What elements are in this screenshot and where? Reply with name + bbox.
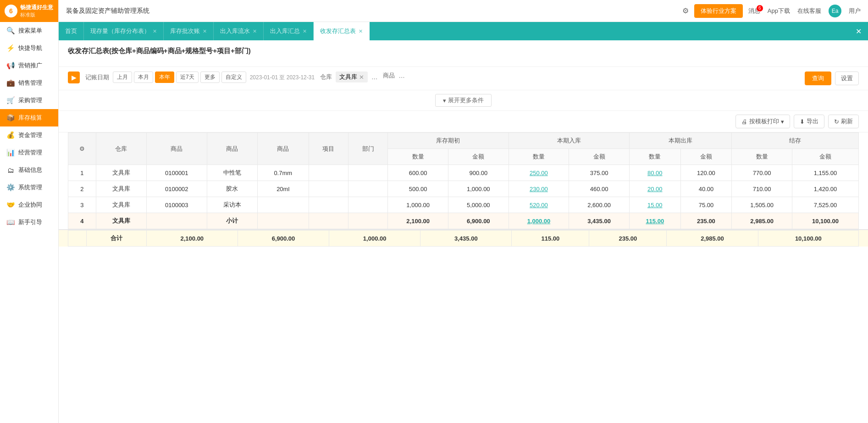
sidebar-item-operations[interactable]: 📊 经营管理	[0, 144, 58, 161]
col-in-qty: 数量	[509, 149, 569, 165]
out-qty-link[interactable]: 80.00	[647, 170, 663, 176]
sidebar-item-inventory[interactable]: 📦 库存核算	[0, 109, 58, 126]
tab-close-icon[interactable]: ✕	[253, 28, 257, 34]
cell-no: 1	[68, 165, 96, 181]
tab-batch[interactable]: 库存批次账 ✕	[164, 22, 214, 40]
tab-label: 出入库汇总	[270, 27, 300, 35]
user-label[interactable]: 用户	[849, 7, 861, 15]
topbar-right: 消息 6 App下载 在线客服 Ea 用户	[748, 5, 861, 17]
cell-out-qty[interactable]: 15.00	[629, 197, 680, 213]
date-btn-custom[interactable]: 自定义	[221, 71, 246, 83]
operations-icon: 📊	[6, 148, 15, 157]
tab-inventory-dist[interactable]: 现存量（库存分布表） ✕	[84, 22, 164, 40]
page-title: 收发存汇总表(按仓库+商品编码+商品+规格型号+项目+部门)	[68, 47, 859, 55]
total-in-qty: 1,000.00	[329, 231, 420, 247]
col-spec: 商品	[257, 133, 309, 165]
subtotal-in-qty-link[interactable]: 1,000.00	[527, 218, 551, 225]
query-button[interactable]: 查询	[805, 71, 831, 85]
tabbar-close-button[interactable]: ✕	[849, 27, 868, 36]
date-btn-last-month[interactable]: 上月	[113, 71, 132, 83]
col-gear[interactable]: ⚙	[68, 133, 96, 165]
settings-icon[interactable]: ⚙	[682, 6, 689, 15]
tab-flow[interactable]: 出入库流水 ✕	[214, 22, 264, 40]
total-table: 合计 2,100.00 6,900.00 1,000.00 3,435.00 1…	[68, 230, 859, 247]
cell-open-amt: 6,900.00	[448, 213, 509, 229]
cell-project	[309, 165, 348, 181]
warehouse-tag-close[interactable]: ✕	[359, 74, 364, 81]
out-qty-link[interactable]: 20.00	[647, 186, 663, 192]
export-label: 导出	[807, 117, 818, 126]
sidebar-item-sales[interactable]: 💼 销售管理	[0, 74, 58, 92]
warehouse-tag[interactable]: 文具库 ✕	[336, 71, 368, 82]
sidebar-item-marketing[interactable]: 📢 营销推广	[0, 57, 58, 74]
in-qty-link[interactable]: 520.00	[530, 202, 548, 209]
main-content: 装备及固定资产辅助管理系统 ⚙ 体验行业方案 消息 6 App下载 在线客服 E…	[59, 0, 868, 423]
cell-bal-amt: 1,155.00	[792, 165, 858, 181]
sidebar-item-label: 系统管理	[18, 183, 42, 192]
cell-in-qty[interactable]: 250.00	[509, 165, 569, 181]
sidebar-item-label: 基础信息	[18, 166, 42, 174]
tab-home-label: 首页	[65, 27, 77, 35]
cell-code	[146, 213, 207, 229]
out-qty-link[interactable]: 15.00	[647, 202, 663, 209]
sidebar-item-collab[interactable]: 🤝 企业协同	[0, 196, 58, 214]
tab-close-icon[interactable]: ✕	[359, 28, 363, 34]
export-icon: ⬇	[800, 118, 805, 125]
cell-out-amt: 40.00	[680, 181, 732, 197]
warehouse-ellipsis[interactable]: ...	[371, 73, 377, 81]
sidebar-item-purchase[interactable]: 🛒 采购管理	[0, 92, 58, 109]
experience-button[interactable]: 体验行业方案	[694, 4, 743, 18]
cell-in-qty[interactable]: 1,000.00	[509, 213, 569, 229]
cell-spec	[257, 213, 309, 229]
user-avatar[interactable]: Ea	[829, 5, 841, 17]
expand-more-button[interactable]: ▾ 展开更多条件	[435, 94, 492, 107]
sidebar-item-system[interactable]: ⚙️ 系统管理	[0, 179, 58, 196]
online-service[interactable]: 在线客服	[797, 7, 821, 15]
tab-close-icon[interactable]: ✕	[203, 28, 207, 34]
tab-close-icon[interactable]: ✕	[303, 28, 307, 34]
filter-expand-button[interactable]: ▶	[68, 71, 80, 83]
sidebar-item-basic-info[interactable]: 🗂 基础信息	[0, 161, 58, 179]
sidebar-item-label: 快捷导航	[18, 44, 42, 52]
date-btn-this-month[interactable]: 本月	[134, 71, 153, 83]
refresh-button[interactable]: ↻ 刷新	[828, 115, 859, 128]
toolbar: 🖨 按模板打印 ▾ ⬇ 导出 ↻ 刷新	[59, 111, 868, 132]
cell-out-qty[interactable]: 80.00	[629, 165, 680, 181]
sidebar-item-finance[interactable]: 💰 资金管理	[0, 126, 58, 144]
col-dept: 部门	[348, 133, 387, 165]
print-button[interactable]: 🖨 按模板打印 ▾	[735, 115, 790, 128]
cell-warehouse: 文具库	[96, 181, 146, 197]
message-badge[interactable]: 消息 6	[748, 7, 760, 15]
tab-recv-send[interactable]: 收发存汇总表 ✕	[314, 22, 370, 40]
date-btn-this-year[interactable]: 本年	[155, 71, 174, 83]
sidebar-item-quicknav[interactable]: ⚡ 快捷导航	[0, 39, 58, 57]
date-btn-more[interactable]: 更多	[200, 71, 220, 83]
cell-code: 0100002	[146, 181, 207, 197]
purchase-icon: 🛒	[6, 96, 15, 104]
table-footer: 合计 2,100.00 6,900.00 1,000.00 3,435.00 1…	[59, 229, 868, 247]
in-qty-link[interactable]: 250.00	[530, 170, 548, 176]
filter-settings-button[interactable]: 设置	[835, 71, 859, 85]
tab-summary[interactable]: 出入库汇总 ✕	[264, 22, 314, 40]
date-btn-7days[interactable]: 近7天	[176, 71, 199, 83]
cell-in-qty[interactable]: 520.00	[509, 197, 569, 213]
app-download[interactable]: App下载	[768, 7, 790, 15]
cell-no: 3	[68, 197, 96, 213]
goods-ellipsis[interactable]: ...	[398, 71, 404, 80]
cell-spec: 0.7mm	[257, 165, 309, 181]
tab-home[interactable]: 首页	[59, 22, 84, 40]
total-spacer	[68, 231, 87, 247]
in-qty-link[interactable]: 230.00	[530, 186, 548, 192]
total-open-amt: 6,900.00	[238, 231, 329, 247]
cell-out-qty[interactable]: 115.00	[629, 213, 680, 229]
sidebar-item-search[interactable]: 🔍 搜索菜单	[0, 22, 58, 39]
subtotal-out-qty-link[interactable]: 115.00	[646, 218, 664, 225]
export-button[interactable]: ⬇ 导出	[794, 115, 824, 128]
cell-in-amt: 375.00	[569, 165, 630, 181]
sidebar-item-guide[interactable]: 📖 新手引导	[0, 214, 58, 231]
cell-out-qty[interactable]: 20.00	[629, 181, 680, 197]
col-open-qty: 数量	[388, 149, 448, 165]
tab-close-icon[interactable]: ✕	[153, 28, 157, 34]
cell-in-qty[interactable]: 230.00	[509, 181, 569, 197]
filter-bar: ▶ 记账日期 上月 本月 本年 近7天 更多 自定义 2023-01-01 至 …	[59, 67, 868, 90]
